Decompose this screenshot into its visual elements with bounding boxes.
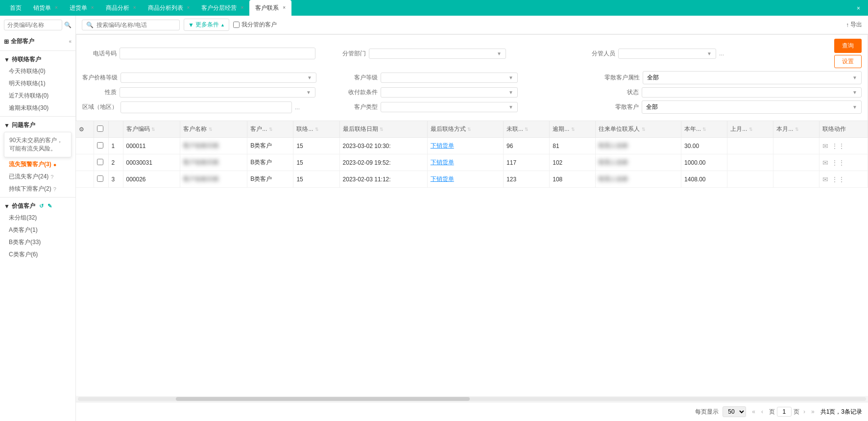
sidebar-search-input[interactable] (4, 20, 62, 30)
cell-last-method[interactable]: 下销货单 (427, 138, 503, 154)
horizontal-scrollbar[interactable] (76, 396, 868, 402)
cell-checkbox[interactable] (94, 138, 108, 154)
filter-manager-select[interactable]: ▼ (618, 49, 716, 59)
action-more-icon[interactable]: ⋮⋮ (831, 142, 845, 150)
action-message-icon[interactable]: ✉ (822, 175, 828, 183)
edit-icon[interactable]: ✎ (48, 203, 52, 209)
query-button[interactable]: 查询 (834, 39, 862, 53)
sidebar-item-churn-warning[interactable]: 流失预警客户(3) ● (0, 158, 75, 171)
filter-price-level-select[interactable]: ▼ (121, 73, 316, 83)
sidebar-group-value[interactable]: ▼ 价值客户 ↺ ✎ (0, 199, 75, 212)
action-message-icon[interactable]: ✉ (822, 159, 828, 167)
last-page-button[interactable]: » (809, 407, 817, 416)
manager-more-button[interactable]: ... (719, 50, 724, 57)
sidebar-group-problem[interactable]: ▼ 问题客户 (0, 119, 75, 131)
sidebar-item-churned[interactable]: 已流失客户(24) ? (0, 171, 75, 183)
sidebar-item-today[interactable]: 今天待联络(0) (0, 65, 75, 77)
col-last-date[interactable]: 最后联络日期 ⇅ (339, 121, 427, 138)
sidebar-group-pending[interactable]: ▼ 待联络客户 (0, 53, 75, 65)
my-customers-checkbox-label[interactable]: 我分管的客户 (233, 21, 277, 29)
row-checkbox[interactable] (97, 159, 103, 165)
sidebar-item-ungrouped[interactable]: 未分组(32) (0, 212, 75, 224)
col-last-month[interactable]: 上月... ⇅ (727, 121, 773, 138)
sidebar-item-b-class[interactable]: B类客户(33) (0, 236, 75, 248)
churn-warning-icon[interactable]: ● (53, 162, 57, 168)
col-type[interactable]: 客户... ⇅ (247, 121, 293, 138)
col-index (108, 121, 123, 138)
filter-retail-attr-select[interactable]: 全部 ▼ (643, 71, 862, 84)
col-contact2[interactable]: 往来单位联系人 ⇅ (596, 121, 681, 138)
more-filter-button[interactable]: ▼ 更多条件 ▲ (184, 19, 229, 31)
sidebar-item-overdue[interactable]: 逾期未联络(30) (0, 102, 75, 114)
action-more-icon[interactable]: ⋮⋮ (831, 159, 845, 167)
export-button[interactable]: ↑ 导出 (846, 21, 862, 29)
col-contact[interactable]: 联络... ⇅ (293, 121, 339, 138)
scrollbar-thumb[interactable] (176, 397, 470, 401)
col-name[interactable]: 客户名称 ⇅ (180, 121, 247, 138)
close-sales-icon[interactable]: × (55, 0, 58, 16)
search-input[interactable] (96, 22, 175, 28)
col-last-method[interactable]: 最后联络方式 ⇅ (427, 121, 503, 138)
col-settings[interactable]: ⚙ (76, 121, 94, 138)
sidebar-all-customers[interactable]: ⊞ 全部客户 « (0, 34, 75, 49)
nav-customer-tier[interactable]: 客户分层经营 × (195, 0, 249, 16)
close-analysis-icon[interactable]: × (133, 0, 136, 16)
col-checkbox[interactable] (94, 121, 108, 138)
cell-checkbox[interactable] (94, 171, 108, 188)
col-uncontacted[interactable]: 未联... ⇅ (504, 121, 550, 138)
sidebar-item-7days[interactable]: 近7天待联络(0) (0, 90, 75, 102)
sort-last-month-icon: ⇅ (749, 127, 753, 132)
prev-page-button[interactable]: ‹ (759, 407, 765, 416)
table-row: 3 000026 客户名称示例 B类客户 15 2023-02-03 11:12… (76, 171, 868, 188)
filter-payment-select[interactable]: ▼ (381, 87, 518, 98)
chevron-down-icon: ▲ (220, 23, 225, 27)
settings-button[interactable]: 设置 (834, 55, 862, 68)
close-analysis-list-icon[interactable]: × (187, 0, 190, 16)
declining-icon[interactable]: ? (53, 186, 56, 192)
sidebar-search-icon[interactable]: 🔍 (64, 22, 72, 28)
filter-region-input[interactable] (121, 101, 292, 113)
my-customers-checkbox[interactable] (233, 22, 240, 28)
page-size-select[interactable]: 50 (723, 406, 746, 417)
action-more-icon[interactable]: ⋮⋮ (831, 175, 845, 183)
col-this-year[interactable]: 本年... ⇅ (681, 121, 727, 138)
close-all-button[interactable]: × (853, 4, 864, 12)
sidebar-item-tomorrow[interactable]: 明天待联络(1) (0, 77, 75, 90)
cell-last-method[interactable]: 下销货单 (427, 171, 503, 188)
nav-home[interactable]: 首页 (4, 0, 27, 16)
filter-retail-select[interactable]: 全部 ▼ (642, 100, 862, 114)
select-all-checkbox[interactable] (97, 125, 103, 132)
filter-customer-type-select[interactable]: ▼ (381, 102, 518, 112)
nav-analysis[interactable]: 商品分析 × (100, 0, 142, 16)
filter-phone-input[interactable] (120, 48, 315, 59)
sidebar-item-c-class[interactable]: C类客户(6) (0, 248, 75, 261)
sidebar-item-a-class[interactable]: A类客户(1) (0, 224, 75, 236)
region-more-button[interactable]: ... (295, 104, 300, 111)
col-code[interactable]: 客户编码 ⇅ (123, 121, 180, 138)
col-this-month[interactable]: 本月... ⇅ (773, 121, 820, 138)
filter-nature-select[interactable]: ▼ (120, 87, 315, 98)
nav-customer-contact[interactable]: 客户联系 × (249, 0, 291, 16)
close-purchase-icon[interactable]: × (91, 0, 94, 16)
row-checkbox[interactable] (97, 142, 103, 149)
cell-name: 客户名称示例 (180, 138, 247, 154)
page-input[interactable] (777, 407, 792, 417)
cell-checkbox[interactable] (94, 154, 108, 171)
col-overdue[interactable]: 逾期... ⇅ (550, 121, 596, 138)
filter-customer-level-select[interactable]: ▼ (381, 73, 518, 83)
action-message-icon[interactable]: ✉ (822, 142, 828, 150)
nav-analysis-list[interactable]: 商品分析列表 × (142, 0, 196, 16)
next-page-button[interactable]: › (801, 407, 807, 416)
close-customer-contact-icon[interactable]: × (283, 0, 286, 16)
sidebar-item-declining[interactable]: 持续下滑客户(2) ? (0, 183, 75, 195)
row-checkbox[interactable] (97, 175, 103, 182)
filter-status-select[interactable]: ▼ (642, 87, 862, 98)
filter-dept-select[interactable]: ▼ (369, 49, 506, 59)
nav-purchase[interactable]: 进货单 × (64, 0, 100, 16)
first-page-button[interactable]: « (750, 407, 757, 416)
close-customer-tier-icon[interactable]: × (241, 0, 243, 16)
churned-icon[interactable]: ? (50, 174, 53, 180)
nav-sales[interactable]: 销货单 × (27, 0, 64, 16)
cell-last-method[interactable]: 下销货单 (427, 154, 503, 171)
refresh-icon[interactable]: ↺ (39, 203, 44, 209)
